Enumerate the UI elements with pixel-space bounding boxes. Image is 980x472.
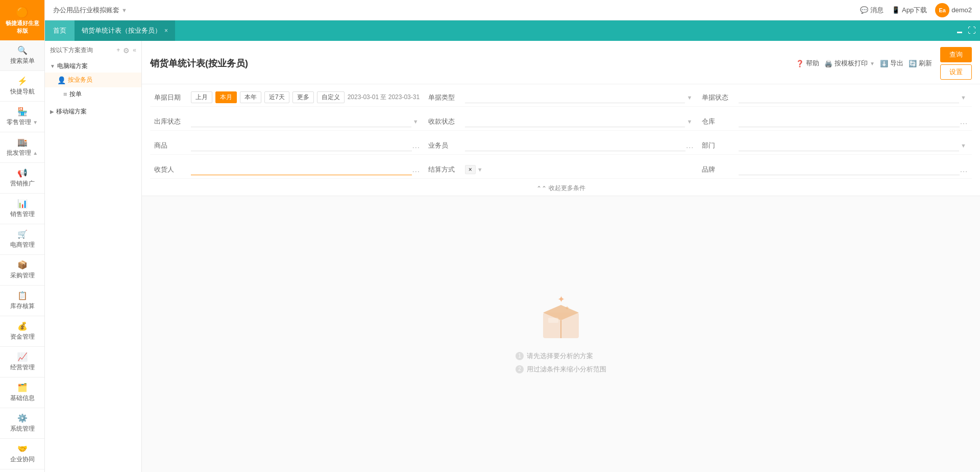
out-status-dropdown-icon[interactable]: ▼ bbox=[411, 119, 420, 125]
brand-filter-cell: 品牌 … bbox=[698, 161, 972, 179]
query-button[interactable]: 查询 bbox=[940, 47, 972, 62]
sidebar-quick-nav-label: 快捷导航 bbox=[10, 88, 35, 95]
message-icon: 💬 bbox=[860, 6, 868, 14]
sidebar-item-marketing[interactable]: 📢 营销推广 bbox=[0, 163, 44, 194]
app-download-button[interactable]: 📱 App下载 bbox=[892, 6, 927, 15]
brand-label: 品牌 bbox=[702, 165, 739, 174]
empty-step-1: 1 请先选择要分析的方案 bbox=[516, 349, 606, 363]
dept-input[interactable] bbox=[739, 140, 959, 151]
doc-status-dropdown-icon[interactable]: ▼ bbox=[959, 95, 968, 101]
sidebar-item-purchase[interactable]: 📦 采购管理 bbox=[0, 255, 44, 286]
tab-close-button[interactable]: × bbox=[164, 27, 168, 34]
right-content: 销货单统计表(按业务员) ❓ 帮助 🖨️ 按模板打印 ▼ ⬇ bbox=[142, 41, 980, 472]
refresh-button[interactable]: 🔄 刷新 bbox=[909, 59, 932, 68]
company-name: 办公用品行业模拟账套 bbox=[53, 6, 119, 15]
sidebar-retail-label: 零售管理 bbox=[7, 119, 31, 126]
date-btn-this-year[interactable]: 本年 bbox=[240, 91, 261, 103]
date-btn-last-month[interactable]: 上月 bbox=[191, 91, 212, 103]
sidebar-item-wholesale[interactable]: 🏬 批发管理 ▲ bbox=[0, 132, 44, 163]
warehouse-input[interactable] bbox=[739, 116, 960, 127]
product-dots[interactable]: … bbox=[412, 141, 420, 150]
mobile-group-title[interactable]: ▶ 移动端方案 bbox=[45, 105, 141, 118]
doc-status-input[interactable] bbox=[739, 92, 959, 103]
salesman-dots[interactable]: … bbox=[685, 141, 694, 150]
tab-maximize-button[interactable]: ⛶ bbox=[968, 26, 976, 35]
top-bar-right: 💬 消息 📱 App下载 Ea demo2 bbox=[860, 3, 972, 17]
svg-rect-5 bbox=[548, 318, 558, 323]
sidebar-item-basic-info[interactable]: 🗂️ 基础信息 bbox=[0, 377, 44, 408]
sidebar-item-retail[interactable]: 🏪 零售管理 ▼ bbox=[0, 102, 44, 132]
payment-tag-x[interactable]: × bbox=[469, 166, 472, 173]
sidebar-item-search[interactable]: 🔍 搜索菜单 bbox=[0, 40, 44, 71]
sidebar-item-operations[interactable]: 📈 经营管理 bbox=[0, 347, 44, 377]
system-icon: ⚙️ bbox=[2, 413, 42, 423]
collapse-more-conditions[interactable]: ⌃⌃ 收起更多条件 bbox=[142, 181, 980, 196]
user-menu[interactable]: Ea demo2 bbox=[935, 3, 972, 17]
brand-input[interactable] bbox=[739, 164, 960, 175]
warehouse-dots[interactable]: … bbox=[960, 117, 968, 126]
left-panel-header: 按以下方案查询 + ⚙ « bbox=[45, 41, 141, 58]
plan-item-by-salesman[interactable]: 👤 按业务员 bbox=[45, 73, 141, 87]
left-panel-title: 按以下方案查询 bbox=[50, 46, 93, 55]
salesman-input[interactable] bbox=[465, 140, 686, 151]
consignee-dots[interactable]: … bbox=[412, 165, 420, 174]
salesman-plan-label: 按业务员 bbox=[68, 76, 92, 84]
sidebar-item-quick-nav[interactable]: ⚡ 快捷导航 bbox=[0, 71, 44, 102]
out-status-filter-cell: 出库状态 ▼ bbox=[150, 113, 424, 131]
brand-dots[interactable]: … bbox=[960, 165, 968, 174]
sidebar-search-label: 搜索菜单 bbox=[10, 57, 35, 64]
plan-item-by-doc[interactable]: ≡ 按单 bbox=[45, 87, 141, 101]
svg-text:✦: ✦ bbox=[557, 294, 565, 304]
sidebar-item-inventory[interactable]: 📋 库存核算 bbox=[0, 286, 44, 316]
print-dropdown-icon: ▼ bbox=[870, 61, 875, 66]
date-btn-more[interactable]: 更多 bbox=[292, 91, 314, 103]
desktop-group-label: 电脑端方案 bbox=[57, 62, 88, 70]
tab-bar: 首页 销货单统计表（按业务员） × 🗕 ⛶ bbox=[45, 20, 980, 41]
sidebar-logo: 🟠 畅捷通好生意 标版 bbox=[0, 0, 44, 40]
template-print-button[interactable]: 🖨️ 按模板打印 ▼ bbox=[824, 59, 875, 68]
add-plan-button[interactable]: + bbox=[116, 46, 120, 55]
date-btn-7days[interactable]: 近7天 bbox=[264, 91, 289, 103]
sidebar-item-ecommerce[interactable]: 🛒 电商管理 bbox=[0, 224, 44, 255]
salesman-label: 业务员 bbox=[428, 141, 465, 150]
download-icon: 📱 bbox=[892, 6, 900, 14]
sidebar-item-enterprise[interactable]: 🤝 企业协同 bbox=[0, 439, 44, 469]
print-icon: 🖨️ bbox=[824, 60, 832, 67]
date-filter-label: 单据日期 bbox=[154, 93, 191, 102]
sidebar-item-system[interactable]: ⚙️ 系统管理 bbox=[0, 408, 44, 439]
plan-group-desktop-title[interactable]: ▼ 电脑端方案 bbox=[45, 60, 141, 73]
consignee-input[interactable] bbox=[191, 164, 412, 175]
dept-dropdown-icon[interactable]: ▼ bbox=[959, 143, 968, 149]
tab-active[interactable]: 销货单统计表（按业务员） × bbox=[75, 20, 175, 41]
settings-button[interactable]: 设置 bbox=[940, 64, 972, 80]
sidebar-item-finance[interactable]: 💰 资金管理 bbox=[0, 316, 44, 347]
filter-row-1: 单据日期 上月 本月 本年 近7天 更多 自定义 2023-03-01 至 20… bbox=[142, 84, 980, 109]
date-btn-this-month[interactable]: 本月 bbox=[215, 91, 237, 103]
product-input[interactable] bbox=[191, 140, 412, 151]
message-button[interactable]: 💬 消息 bbox=[860, 6, 884, 15]
out-status-input[interactable] bbox=[191, 116, 411, 127]
sidebar-item-new-guide[interactable]: 🆕 新手引导 bbox=[0, 469, 44, 472]
collect-status-input[interactable] bbox=[465, 116, 685, 127]
help-button[interactable]: ❓ 帮助 bbox=[796, 59, 819, 68]
tab-minimize-button[interactable]: 🗕 bbox=[955, 26, 964, 35]
dept-label: 部门 bbox=[702, 141, 739, 150]
sidebar-item-sales[interactable]: 📊 销售管理 bbox=[0, 194, 44, 224]
product-filter-cell: 商品 … bbox=[150, 137, 424, 155]
company-selector[interactable]: 办公用品行业模拟账套 ▼ bbox=[53, 6, 127, 15]
doc-type-dropdown-icon[interactable]: ▼ bbox=[685, 95, 694, 101]
collapse-panel-button[interactable]: « bbox=[133, 46, 136, 55]
help-label: 帮助 bbox=[806, 59, 819, 68]
doc-type-input[interactable] bbox=[465, 92, 685, 103]
retail-icon: 🏪 bbox=[2, 107, 42, 116]
marketing-icon: 📢 bbox=[2, 168, 42, 178]
page-actions: ❓ 帮助 🖨️ 按模板打印 ▼ ⬇️ 导出 � bbox=[796, 47, 972, 80]
doc-status-filter-cell: 单据状态 ▼ bbox=[698, 88, 972, 107]
export-label: 导出 bbox=[890, 59, 903, 68]
payment-method-dropdown-icon[interactable]: ▼ bbox=[476, 167, 484, 173]
collect-status-dropdown-icon[interactable]: ▼ bbox=[685, 119, 694, 125]
export-button[interactable]: ⬇️ 导出 bbox=[880, 59, 903, 68]
settings-plan-button[interactable]: ⚙ bbox=[123, 46, 130, 55]
tab-home[interactable]: 首页 bbox=[45, 20, 75, 41]
date-btn-custom[interactable]: 自定义 bbox=[317, 91, 345, 103]
